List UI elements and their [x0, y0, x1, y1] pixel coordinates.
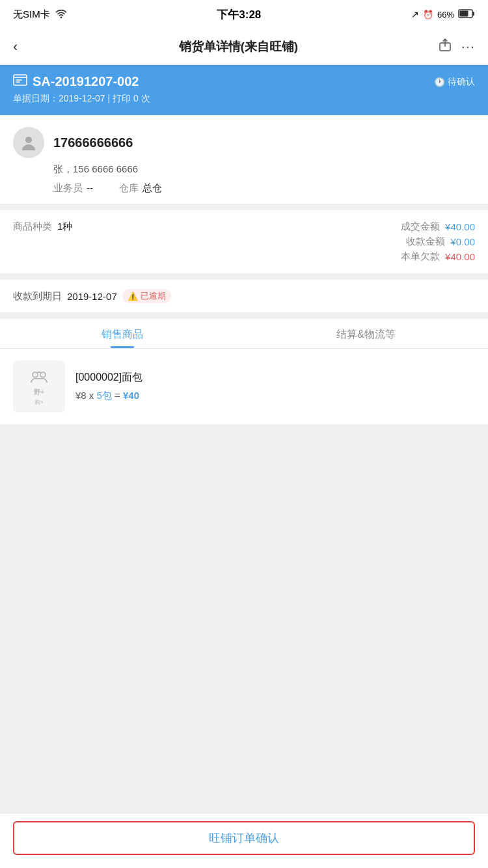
overdue-warning-icon: ⚠️ — [128, 292, 138, 301]
balance-due-label: 本单欠款 — [401, 251, 440, 263]
customer-row: 17666666666 — [13, 127, 475, 158]
order-number-text: SA-20191207-002 — [33, 74, 139, 89]
summary-section: 商品种类 1种 成交金额 ¥40.00 收款金额 ¥0.00 本单欠款 ¥40.… — [0, 210, 488, 273]
nav-bar: ‹ 销货单详情(来自旺铺) ··· — [0, 29, 488, 65]
tab-products[interactable]: 销售商品 — [0, 319, 244, 348]
product-name: [0000002]面包 — [75, 371, 475, 385]
page-title: 销货单详情(来自旺铺) — [39, 38, 438, 55]
overdue-badge-text: 已逾期 — [141, 290, 166, 302]
status-bar: 无SIM卡 下午3:28 ↗ ⏰ 66% — [0, 0, 488, 29]
overdue-label: 收款到期日 — [13, 290, 62, 303]
order-header: SA-20191207-002 🕐 待确认 单据日期：2019-12-07 | … — [0, 65, 488, 115]
customer-section: 17666666666 张，156 6666 6666 业务员 -- 仓库 总仓 — [0, 115, 488, 204]
payment-received-row: 收款金额 ¥0.00 — [406, 236, 475, 248]
battery-icon — [458, 9, 475, 20]
transaction-amount-value: ¥40.00 — [445, 221, 475, 232]
nav-actions: ··· — [438, 38, 475, 55]
product-price: ¥8 x 5包 = ¥40 — [75, 390, 475, 402]
carrier-label: 无SIM卡 — [13, 8, 50, 21]
amounts: 成交金额 ¥40.00 收款金额 ¥0.00 本单欠款 ¥40.00 — [401, 221, 475, 263]
product-thumbnail: 野+ 购+ — [13, 360, 65, 413]
product-total: ¥40 — [123, 390, 139, 401]
svg-point-7 — [40, 372, 46, 377]
transaction-amount-row: 成交金额 ¥40.00 — [401, 221, 475, 233]
product-qty: 5包 — [97, 390, 112, 401]
warehouse-label: 仓库 — [119, 182, 139, 195]
svg-rect-2 — [459, 10, 468, 16]
product-types-value: 1种 — [57, 221, 72, 233]
svg-point-6 — [33, 372, 38, 377]
customer-name: 张，156 6666 6666 — [53, 163, 475, 176]
location-icon: ↗ — [411, 9, 419, 20]
alarm-icon: ⏰ — [423, 10, 433, 20]
wifi-icon — [55, 9, 67, 20]
more-button[interactable]: ··· — [461, 38, 475, 55]
product-item: 野+ 购+ [0000002]面包 ¥8 x 5包 = ¥40 — [0, 349, 488, 425]
status-left: 无SIM卡 — [13, 8, 67, 21]
avatar — [13, 127, 44, 158]
confirm-btn-label: 旺铺订单确认 — [209, 830, 279, 846]
payment-received-value: ¥0.00 — [450, 236, 475, 247]
back-button[interactable]: ‹ — [13, 38, 39, 55]
order-date: 单据日期：2019-12-07 | 打印 0 次 — [13, 93, 475, 105]
battery-percent: 66% — [437, 10, 454, 20]
status-right: ↗ ⏰ 66% — [411, 9, 475, 20]
summary-row: 商品种类 1种 成交金额 ¥40.00 收款金额 ¥0.00 本单欠款 ¥40.… — [13, 221, 475, 263]
salesperson-value: -- — [87, 182, 93, 195]
order-status: 🕐 待确认 — [434, 76, 475, 88]
svg-rect-1 — [472, 12, 474, 16]
overdue-date: 2019-12-07 — [67, 291, 117, 302]
overdue-badge: ⚠️ 已逾期 — [122, 289, 171, 303]
share-button[interactable] — [438, 38, 452, 55]
salesperson-item: 业务员 -- — [53, 182, 93, 195]
product-info: [0000002]面包 ¥8 x 5包 = ¥40 — [75, 371, 475, 402]
overdue-section: 收款到期日 2019-12-07 ⚠️ 已逾期 — [0, 280, 488, 312]
order-icon — [13, 74, 27, 89]
status-clock-icon: 🕐 — [434, 77, 445, 87]
svg-point-5 — [25, 137, 32, 143]
warehouse-item: 仓库 总仓 — [119, 182, 162, 195]
tabs-header: 销售商品 结算&物流等 — [0, 319, 488, 349]
price-text: ¥8 x — [75, 390, 97, 401]
product-types: 商品种类 1种 — [13, 221, 72, 233]
product-types-label: 商品种类 — [13, 221, 52, 233]
empty-area — [0, 425, 488, 555]
balance-due-row: 本单欠款 ¥40.00 — [401, 251, 475, 263]
bottom-bar: 旺铺订单确认 — [0, 813, 488, 868]
customer-meta: 业务员 -- 仓库 总仓 — [53, 182, 475, 195]
balance-due-value: ¥40.00 — [445, 251, 475, 262]
tabs-section: 销售商品 结算&物流等 野+ 购+ [0000002]面包 ¥8 x 5包 = … — [0, 319, 488, 425]
customer-phone: 17666666666 — [53, 135, 133, 150]
warehouse-value: 总仓 — [142, 182, 162, 195]
transaction-amount-label: 成交金额 — [401, 221, 440, 233]
confirm-wangpu-button[interactable]: 旺铺订单确认 — [13, 821, 475, 855]
tab-settlement[interactable]: 结算&物流等 — [244, 319, 488, 348]
status-time: 下午3:28 — [217, 7, 261, 22]
order-status-text: 待确认 — [448, 76, 475, 88]
order-number: SA-20191207-002 — [13, 74, 139, 89]
salesperson-label: 业务员 — [53, 182, 83, 195]
payment-received-label: 收款金额 — [406, 236, 445, 248]
price-separator: = — [112, 390, 123, 401]
